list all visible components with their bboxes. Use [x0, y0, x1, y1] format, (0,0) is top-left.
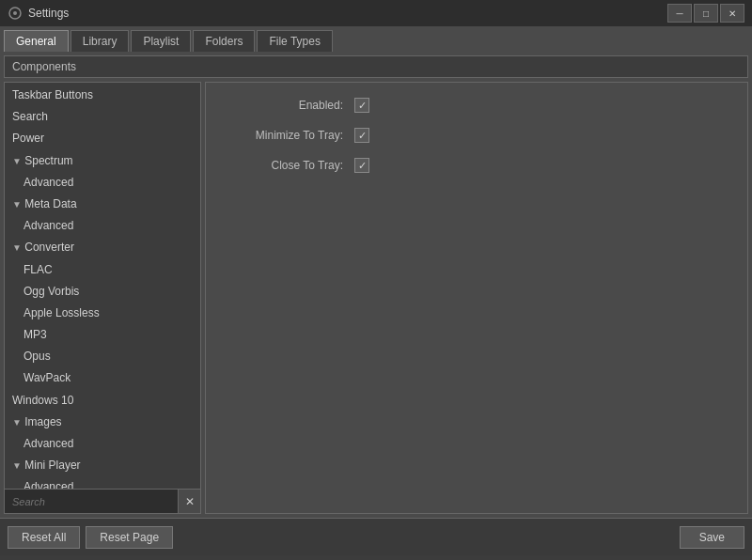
tree-arrow-icon: ▼ — [12, 156, 22, 166]
tree-item[interactable]: ▼ Converter — [5, 237, 200, 258]
minimize-button[interactable]: ─ — [667, 4, 692, 23]
reset-page-button[interactable]: Reset Page — [86, 526, 173, 549]
tree-item[interactable]: Windows 10 — [5, 390, 200, 412]
setting-checkbox[interactable] — [354, 98, 369, 113]
tab-library[interactable]: Library — [70, 30, 130, 52]
tree-item[interactable]: Power — [5, 128, 200, 149]
search-input[interactable] — [5, 490, 178, 513]
tree-arrow-icon: ▼ — [12, 199, 22, 210]
tree-item[interactable]: Opus — [5, 346, 200, 367]
tree-item[interactable]: WavPack — [5, 367, 200, 389]
right-panel: Enabled:Minimize To Tray:Close To Tray: — [205, 82, 748, 514]
tab-general[interactable]: General — [4, 30, 69, 52]
reset-all-button[interactable]: Reset All — [8, 526, 80, 549]
svg-point-1 — [13, 11, 17, 15]
tree-item[interactable]: Advanced — [5, 433, 200, 455]
tab-playlist[interactable]: Playlist — [131, 30, 191, 52]
setting-checkbox[interactable] — [354, 128, 369, 143]
main-content: Components Taskbar ButtonsSearchPower▼ S… — [0, 52, 752, 518]
window-controls: ─ □ ✕ — [667, 4, 744, 23]
setting-row: Close To Tray: — [221, 158, 732, 173]
tab-folders[interactable]: Folders — [193, 30, 255, 52]
tree-item[interactable]: Search — [5, 106, 200, 128]
bottom-bar: Reset All Reset Page Save — [0, 518, 752, 555]
close-button[interactable]: ✕ — [720, 4, 744, 23]
components-header: Components — [4, 55, 748, 78]
tree-item[interactable]: Advanced — [5, 172, 200, 194]
tree-item[interactable]: ▼ Meta Data — [5, 194, 200, 215]
tree-item[interactable]: ▼ Spectrum — [5, 150, 200, 172]
tree-item[interactable]: Advanced — [5, 215, 200, 237]
search-bar: ✕ — [5, 489, 200, 513]
tree-item[interactable]: ▼ Images — [5, 412, 200, 433]
search-clear-button[interactable]: ✕ — [178, 490, 200, 513]
tree-arrow-icon: ▼ — [12, 242, 22, 253]
tree-arrow-icon: ▼ — [12, 460, 22, 471]
setting-checkbox[interactable] — [354, 158, 369, 173]
tree-item[interactable]: ▼ Mini Player — [5, 455, 200, 476]
setting-label: Enabled: — [221, 99, 343, 112]
setting-row: Minimize To Tray: — [221, 128, 732, 143]
tree-arrow-icon: ▼ — [12, 417, 22, 428]
maximize-button[interactable]: □ — [694, 4, 718, 23]
tree-item[interactable]: Taskbar Buttons — [5, 85, 200, 106]
tab-bar: GeneralLibraryPlaylistFoldersFile Types — [0, 26, 752, 52]
setting-row: Enabled: — [221, 98, 732, 113]
tree-item[interactable]: Ogg Vorbis — [5, 281, 200, 303]
tab-file-types[interactable]: File Types — [257, 30, 332, 52]
tree-view[interactable]: Taskbar ButtonsSearchPower▼ SpectrumAdva… — [5, 83, 200, 489]
title-bar: Settings ─ □ ✕ — [0, 0, 752, 26]
app-icon — [8, 6, 23, 21]
setting-label: Close To Tray: — [221, 159, 343, 172]
window-title: Settings — [28, 7, 667, 20]
tree-item[interactable]: Advanced — [5, 476, 200, 489]
left-panel: Taskbar ButtonsSearchPower▼ SpectrumAdva… — [4, 82, 201, 514]
tree-item[interactable]: MP3 — [5, 324, 200, 346]
content-area: Taskbar ButtonsSearchPower▼ SpectrumAdva… — [4, 82, 748, 514]
tree-item[interactable]: FLAC — [5, 259, 200, 281]
save-button[interactable]: Save — [680, 526, 744, 549]
bottom-left-buttons: Reset All Reset Page — [8, 526, 173, 549]
tree-item[interactable]: Apple Lossless — [5, 303, 200, 324]
setting-label: Minimize To Tray: — [221, 129, 343, 142]
